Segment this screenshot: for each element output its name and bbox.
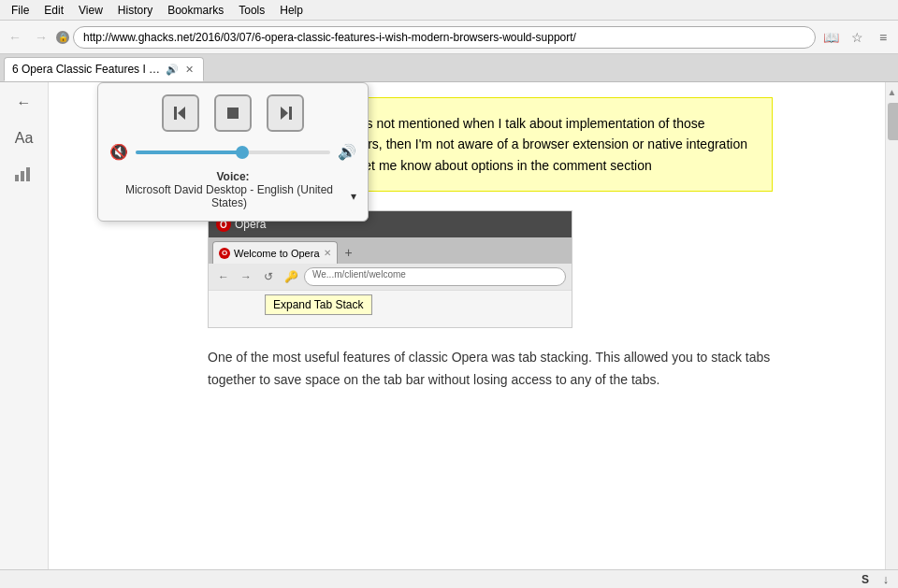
sidebar: ← Aa [0,82,49,569]
svg-rect-1 [21,171,24,181]
expand-tab-stack-tooltip: Expand Tab Stack [265,294,372,315]
audio-player-popup: 🔇 🔊 Voice: Microsoft David Desktop - Eng… [97,82,369,222]
ss-tab[interactable]: O Welcome to Opera ✕ [212,241,338,264]
menu-edit[interactable]: Edit [36,2,71,19]
ss-navbar: ← → ↺ 🔑 We...m/client/welcome [209,264,572,290]
article-content: One of the most useful features of class… [208,347,773,392]
chart-icon [14,165,35,182]
tab-label: 6 Opera Classic Features I wish ... [12,63,162,76]
audio-next-button[interactable] [267,94,304,132]
menu-file[interactable]: File [4,2,36,19]
menubar: File Edit View History Bookmarks Tools H… [0,0,898,21]
tabbar: 6 Opera Classic Features I wish ... 🔊 ✕ [0,54,898,82]
audio-stop-button[interactable] [214,94,252,132]
voice-select[interactable]: Microsoft David Desktop - English (Unite… [109,183,356,209]
audio-volume-slider[interactable] [136,151,330,154]
menu-view[interactable]: View [71,2,110,19]
ss-content: Expand Tab Stack [209,290,572,327]
voice-label: Voice: [216,170,249,183]
back-button[interactable]: ← [4,26,26,49]
audio-slider-row: 🔇 🔊 [109,143,356,161]
audio-prev-button[interactable] [162,94,199,132]
article-paragraph: One of the most useful features of class… [208,347,773,392]
svg-rect-2 [26,167,30,181]
ss-add-tab-button[interactable]: + [340,243,358,262]
status-download-icon[interactable]: ↓ [877,571,894,588]
volume-icon: 🔊 [338,143,356,161]
skip-next-icon [277,105,294,122]
ss-forward-btn[interactable]: → [237,267,255,286]
status-s-icon[interactable]: S [857,571,874,588]
svg-rect-3 [174,107,177,120]
ss-bookmark-btn[interactable]: 🔑 [282,267,300,286]
address-bar[interactable] [73,26,816,49]
sidebar-back-button[interactable]: ← [7,90,41,116]
ss-tab-icon: O [219,248,230,259]
mute-icon: 🔇 [109,143,128,161]
statusbar: S ↓ [0,569,898,588]
svg-rect-5 [227,108,239,119]
menu-button[interactable]: ≡ [872,26,894,49]
reader-mode-button[interactable]: 📖 [819,26,842,49]
menu-tools[interactable]: Tools [231,2,272,19]
audio-controls [109,94,356,132]
skip-prev-icon [172,105,189,122]
voice-dropdown-icon: ▾ [351,190,356,203]
scrollbar[interactable]: ▲ [885,82,898,569]
ss-address-text: We...m/client/welcome [312,269,406,280]
audio-slider-fill [136,151,242,154]
menu-history[interactable]: History [110,2,160,19]
svg-rect-6 [289,107,292,120]
svg-marker-4 [178,107,185,120]
navbar: ← → 🔒 📖 ☆ ≡ [0,21,898,54]
sidebar-font-button[interactable]: Aa [7,125,41,151]
menu-bookmarks[interactable]: Bookmarks [160,2,231,19]
ss-back-btn[interactable]: ← [214,267,233,286]
audio-voice-info: Voice: Microsoft David Desktop - English… [109,170,356,209]
scrollbar-thumb[interactable] [888,103,898,140]
ss-address-bar: We...m/client/welcome [304,267,566,286]
active-tab[interactable]: 6 Opera Classic Features I wish ... 🔊 ✕ [4,57,204,81]
stop-icon [226,107,239,120]
opera-screenshot: O Opera O Welcome to Opera ✕ + ← → ↺ � [208,210,572,328]
svg-marker-7 [281,107,288,120]
svg-rect-0 [15,175,19,181]
tab-speaker-icon: 🔊 [166,64,179,76]
tab-close-button[interactable]: ✕ [182,63,196,76]
lock-icon: 🔒 [56,31,69,44]
menu-help[interactable]: Help [272,2,311,19]
ss-tabbar: O Welcome to Opera ✕ + [209,237,572,264]
sidebar-chart-button[interactable] [7,161,41,187]
scroll-up-arrow[interactable]: ▲ [887,84,898,99]
bookmark-star-button[interactable]: ☆ [846,26,868,49]
main-layout: ← Aa [0,82,898,569]
ss-tab-close[interactable]: ✕ [324,248,331,258]
voice-name: Microsoft David Desktop - English (Unite… [109,183,349,209]
audio-slider-thumb[interactable] [236,146,249,159]
content-area[interactable]: 🔇 🔊 Voice: Microsoft David Desktop - Eng… [49,82,885,569]
forward-button[interactable]: → [30,26,52,49]
ss-tab-label: Welcome to Opera [234,248,320,259]
ss-reload-btn[interactable]: ↺ [259,267,278,286]
nav-icons: 📖 ☆ ≡ [819,26,894,49]
